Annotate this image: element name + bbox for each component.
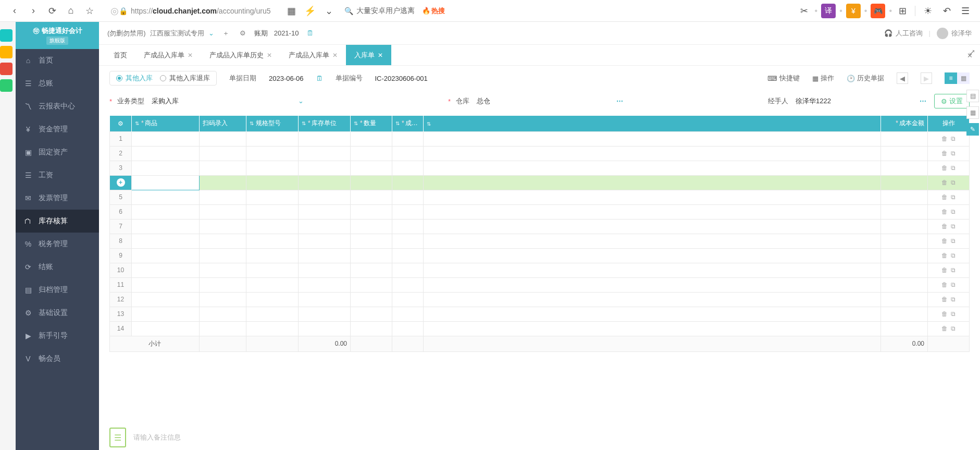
table-row[interactable]: 3🗑⧉ — [110, 161, 970, 175]
row-copy-icon[interactable]: ⧉ — [949, 281, 957, 288]
apps-grid-icon[interactable]: ⊞ — [894, 3, 911, 19]
notes-icon[interactable]: ☰ — [109, 428, 126, 447]
row-copy-icon[interactable]: ⧉ — [949, 296, 957, 303]
view-list-icon[interactable]: ≡ — [945, 72, 957, 84]
row-delete-icon[interactable]: 🗑 — [940, 237, 949, 245]
row-delete-icon[interactable]: 🗑 — [940, 296, 949, 303]
tab-close-icon[interactable]: ✕ — [267, 52, 272, 59]
row-copy-icon[interactable]: ⧉ — [949, 164, 957, 172]
product-cell[interactable] — [132, 234, 200, 248]
add-row-icon[interactable]: + — [117, 178, 125, 187]
sidebar-item-12[interactable]: ▶新手引导 — [16, 324, 99, 347]
row-delete-icon[interactable]: 🗑 — [940, 310, 949, 318]
sidebar-item-8[interactable]: %税务管理 — [16, 233, 99, 256]
site-info-icon[interactable]: ◎ — [110, 3, 119, 19]
theme-icon[interactable]: ☀ — [920, 3, 936, 19]
table-row[interactable]: 13🗑⧉ — [110, 307, 970, 321]
calendar-icon[interactable]: 🗓 — [305, 29, 316, 37]
sidebar-item-7[interactable]: ⛫库存核算 — [16, 210, 99, 233]
row-delete-icon[interactable]: 🗑 — [940, 281, 949, 288]
row-delete-icon[interactable]: 🗑 — [940, 135, 949, 142]
row-copy-icon[interactable]: ⧉ — [949, 252, 957, 259]
sidebar-item-0[interactable]: ⌂首页 — [16, 49, 99, 72]
row-copy-icon[interactable]: ⧉ — [949, 266, 957, 274]
row-copy-icon[interactable]: ⧉ — [949, 237, 957, 245]
row-copy-icon[interactable]: ⧉ — [949, 179, 957, 186]
sidebar-item-13[interactable]: V畅会员 — [16, 347, 99, 370]
row-copy-icon[interactable]: ⧉ — [949, 193, 957, 201]
row-delete-icon[interactable]: 🗑 — [940, 150, 949, 157]
col-spec[interactable]: ⇅规格型号 — [246, 116, 299, 131]
reload-icon[interactable]: ⟳ — [44, 3, 60, 19]
wallet-ext-icon[interactable]: ¥ — [846, 4, 861, 18]
row-delete-icon[interactable]: 🗑 — [940, 252, 949, 259]
tab-4[interactable]: 入库单✕ — [346, 45, 391, 65]
support-link[interactable]: 🎧 人工咨询 — [884, 29, 923, 38]
product-cell[interactable] — [132, 292, 200, 307]
product-cell[interactable] — [132, 277, 200, 292]
radio-0[interactable]: 其他入库 — [116, 74, 153, 83]
col-scan[interactable]: 扫码录入 — [200, 116, 246, 131]
translate-ext-icon[interactable]: 译 — [821, 4, 836, 18]
sidebar-item-3[interactable]: ¥资金管理 — [16, 118, 99, 141]
sidebar-item-11[interactable]: ⚙基础设置 — [16, 301, 99, 324]
tab-close-icon[interactable]: ✕ — [378, 52, 383, 59]
table-row[interactable]: 9🗑⧉ — [110, 248, 970, 263]
product-cell[interactable] — [132, 131, 200, 146]
sidebar-item-9[interactable]: ⟳结账 — [16, 256, 99, 278]
bill-date-value[interactable]: 2023-06-06 — [269, 75, 304, 82]
row-copy-icon[interactable]: ⧉ — [949, 325, 957, 332]
col-gear[interactable]: ⚙ — [110, 116, 132, 131]
row-delete-icon[interactable]: 🗑 — [940, 266, 949, 274]
row-delete-icon[interactable]: 🗑 — [940, 208, 949, 215]
tab-1[interactable]: 产成品入库单✕ — [135, 45, 201, 65]
col-cost-amount[interactable]: *成本金额 — [881, 116, 928, 131]
col-blank[interactable]: ⇅ — [424, 116, 881, 131]
game-ext-icon[interactable]: 🎮 — [871, 4, 885, 18]
qr-icon[interactable]: ▦ — [283, 3, 300, 19]
url-dropdown-icon[interactable]: ⌄ — [320, 3, 337, 19]
menu-icon[interactable]: ☰ — [957, 3, 974, 19]
company-dropdown-icon[interactable]: ⌄ — [208, 29, 214, 37]
row-delete-icon[interactable]: 🗑 — [940, 193, 949, 201]
product-cell[interactable] — [132, 248, 200, 263]
row-delete-icon[interactable]: 🗑 — [940, 164, 949, 172]
product-cell[interactable] — [132, 321, 200, 336]
product-cell-input[interactable] — [132, 175, 200, 190]
table-row[interactable]: 11🗑⧉ — [110, 277, 970, 292]
settings-button[interactable]: ⚙设置 — [934, 94, 970, 108]
tab-close-icon[interactable]: ✕ — [332, 52, 338, 59]
history-link[interactable]: 🕑 历史单据 — [847, 74, 884, 83]
warehouse-select[interactable]: 总仓 ⋯ — [475, 95, 626, 107]
row-copy-icon[interactable]: ⧉ — [949, 150, 957, 157]
view-grid-icon[interactable]: ▦ — [957, 72, 970, 84]
rail-edit-icon[interactable]: ✎ — [966, 123, 979, 136]
row-delete-icon[interactable]: 🗑 — [940, 179, 949, 186]
product-cell[interactable] — [132, 263, 200, 277]
undo-dropdown-icon[interactable]: ↶ — [938, 3, 955, 19]
url-bar[interactable]: ◎ 🔒 https://cloud.chanjet.com/accounting… — [104, 1, 277, 21]
product-cell[interactable] — [132, 190, 200, 204]
table-row[interactable]: 10🗑⧉ — [110, 263, 970, 277]
row-copy-icon[interactable]: ⧉ — [949, 135, 957, 142]
date-picker-icon[interactable]: 🗓 — [316, 75, 323, 82]
table-row[interactable]: +🗑⧉ — [110, 175, 970, 190]
col-product[interactable]: ⇅*商品 — [132, 116, 200, 131]
expand-icon[interactable]: ⤢ — [965, 46, 978, 58]
shortcut-link[interactable]: ⌨ 快捷键 — [767, 74, 800, 83]
table-row[interactable]: 7🗑⧉ — [110, 219, 970, 234]
col-unit[interactable]: ⇅*库存单位 — [299, 116, 351, 131]
sidebar-item-1[interactable]: ☰总账 — [16, 72, 99, 95]
table-row[interactable]: 2🗑⧉ — [110, 146, 970, 161]
rail-doc-icon[interactable]: ▤ — [966, 90, 979, 102]
tab-close-icon[interactable]: ✕ — [188, 52, 193, 59]
dock-app-3[interactable] — [0, 63, 13, 75]
sidebar-item-5[interactable]: ☰工资 — [16, 164, 99, 187]
home-icon[interactable]: ⌂ — [63, 3, 79, 19]
table-row[interactable]: 1🗑⧉ — [110, 131, 970, 146]
radio-1[interactable]: 其他入库退库 — [160, 74, 210, 83]
notes-input[interactable]: 请输入备注信息 — [133, 433, 181, 442]
sidebar-item-4[interactable]: ▣固定资产 — [16, 141, 99, 164]
favorite-icon[interactable]: ☆ — [81, 3, 98, 19]
row-copy-icon[interactable]: ⧉ — [949, 310, 957, 318]
